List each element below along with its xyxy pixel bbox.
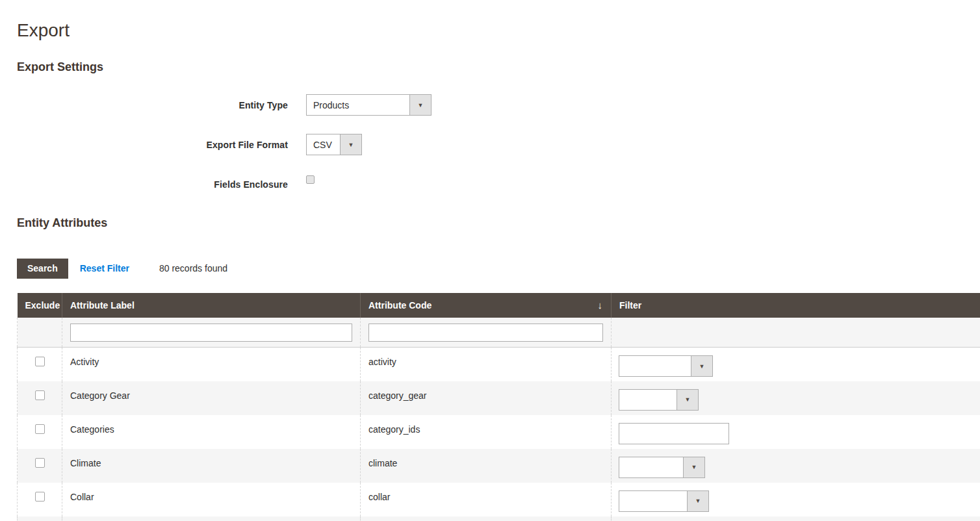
- exclude-checkbox[interactable]: [35, 424, 45, 434]
- grid-toolbar: Search Reset Filter 80 records found: [17, 259, 980, 279]
- attribute-label-cell: Climate: [62, 449, 361, 483]
- table-row: Category Gearcategory_gear▼: [18, 381, 980, 415]
- attribute-label-cell: Category Gear: [62, 381, 361, 415]
- entity-attributes-heading: Entity Attributes: [17, 216, 980, 231]
- column-header-attribute-code-label: Attribute Code: [368, 300, 432, 311]
- row-filter-select[interactable]: ▼: [619, 457, 705, 478]
- search-button[interactable]: Search: [17, 259, 68, 279]
- exclude-cell: [18, 348, 62, 381]
- attribute-code-cell: collar: [361, 483, 612, 516]
- table-row-partial: [18, 516, 980, 521]
- exclude-checkbox[interactable]: [35, 492, 45, 502]
- attribute-label-filter-input[interactable]: [70, 324, 352, 342]
- exclude-cell: [18, 381, 62, 415]
- chevron-down-icon[interactable]: ▼: [691, 356, 712, 376]
- row-filter-select[interactable]: ▼: [619, 490, 709, 512]
- chevron-down-icon[interactable]: ▼: [677, 390, 698, 410]
- attribute-code-filter-input[interactable]: [368, 324, 603, 342]
- fields-enclosure-row: Fields Enclosure: [17, 173, 980, 195]
- row-filter-cell: ▼: [612, 449, 980, 483]
- attribute-code-cell: climate: [361, 449, 612, 483]
- column-header-filter: Filter: [612, 293, 980, 318]
- attributes-table-header: Exclude Attribute Label Attribute Code ↓…: [18, 293, 980, 318]
- attribute-label-cell: Categories: [62, 415, 361, 449]
- column-header-attribute-code[interactable]: Attribute Code ↓: [361, 293, 612, 318]
- chevron-down-icon[interactable]: ▼: [687, 491, 708, 511]
- partial-cell: [612, 516, 980, 521]
- row-filter-cell: ▼: [612, 381, 980, 415]
- file-format-select[interactable]: CSV ▼: [306, 134, 362, 155]
- entity-type-label: Entity Type: [17, 100, 288, 110]
- row-filter-cell: [612, 415, 980, 449]
- attributes-table-body: Activityactivity▼Category Gearcategory_g…: [18, 318, 980, 521]
- entity-type-value: Products: [307, 95, 409, 115]
- attribute-label-cell: Activity: [62, 348, 361, 381]
- table-row: Categoriescategory_ids: [18, 415, 980, 449]
- exclude-cell: [18, 483, 62, 516]
- filter-cell-attribute-code: [361, 318, 612, 348]
- file-format-label: Export File Format: [17, 140, 288, 150]
- exclude-checkbox[interactable]: [35, 357, 45, 366]
- chevron-down-icon[interactable]: ▼: [340, 134, 361, 155]
- exclude-checkbox[interactable]: [35, 458, 45, 468]
- grid-filter-row: [18, 318, 980, 348]
- row-filter-select[interactable]: ▼: [619, 355, 713, 377]
- attribute-code-cell: category_ids: [361, 415, 612, 449]
- export-settings-heading: Export Settings: [17, 60, 980, 75]
- file-format-row: Export File Format CSV ▼: [17, 134, 980, 155]
- partial-cell: [62, 516, 361, 521]
- column-header-exclude[interactable]: Exclude: [18, 293, 62, 318]
- page-title: Export: [17, 19, 980, 42]
- entity-type-row: Entity Type Products ▼: [17, 94, 980, 116]
- entity-type-select[interactable]: Products ▼: [306, 94, 432, 116]
- file-format-value: CSV: [307, 134, 340, 155]
- chevron-down-icon[interactable]: ▼: [683, 457, 704, 477]
- chevron-down-icon[interactable]: ▼: [409, 95, 431, 115]
- row-filter-select-value: [619, 491, 687, 511]
- attribute-code-cell: category_gear: [361, 381, 612, 415]
- export-page: Export Export Settings Entity Type Produ…: [0, 19, 980, 521]
- filter-cell-exclude: [18, 318, 62, 348]
- attributes-table: Exclude Attribute Label Attribute Code ↓…: [17, 293, 980, 521]
- reset-filter-link[interactable]: Reset Filter: [80, 263, 129, 273]
- sort-desc-icon[interactable]: ↓: [598, 299, 603, 311]
- partial-cell: [361, 516, 612, 521]
- attribute-label-cell: Collar: [62, 483, 361, 516]
- row-filter-select-value: [619, 356, 691, 376]
- row-filter-select-value: [619, 457, 683, 477]
- fields-enclosure-checkbox[interactable]: [306, 175, 315, 184]
- partial-cell: [18, 516, 62, 521]
- exclude-cell: [18, 415, 62, 449]
- attribute-code-cell: activity: [361, 348, 612, 381]
- fields-enclosure-label: Fields Enclosure: [17, 179, 288, 190]
- exclude-cell: [18, 449, 62, 483]
- column-header-attribute-label[interactable]: Attribute Label: [62, 293, 361, 318]
- row-filter-select-value: [619, 390, 677, 410]
- filter-cell-attribute-label: [62, 318, 361, 348]
- row-filter-input[interactable]: [619, 423, 729, 444]
- entity-attributes-section: Entity Attributes Search Reset Filter 80…: [17, 216, 980, 521]
- filter-cell-filter: [612, 318, 980, 348]
- row-filter-cell: ▼: [612, 348, 980, 381]
- table-row: Collarcollar▼: [18, 483, 980, 516]
- row-filter-select[interactable]: ▼: [619, 389, 699, 411]
- exclude-checkbox[interactable]: [35, 390, 45, 400]
- export-settings-section: Export Settings Entity Type Products ▼ E…: [17, 60, 980, 196]
- table-row: Activityactivity▼: [18, 348, 980, 381]
- records-count: 80 records found: [159, 263, 227, 273]
- table-row: Climateclimate▼: [18, 449, 980, 483]
- row-filter-cell: ▼: [612, 483, 980, 516]
